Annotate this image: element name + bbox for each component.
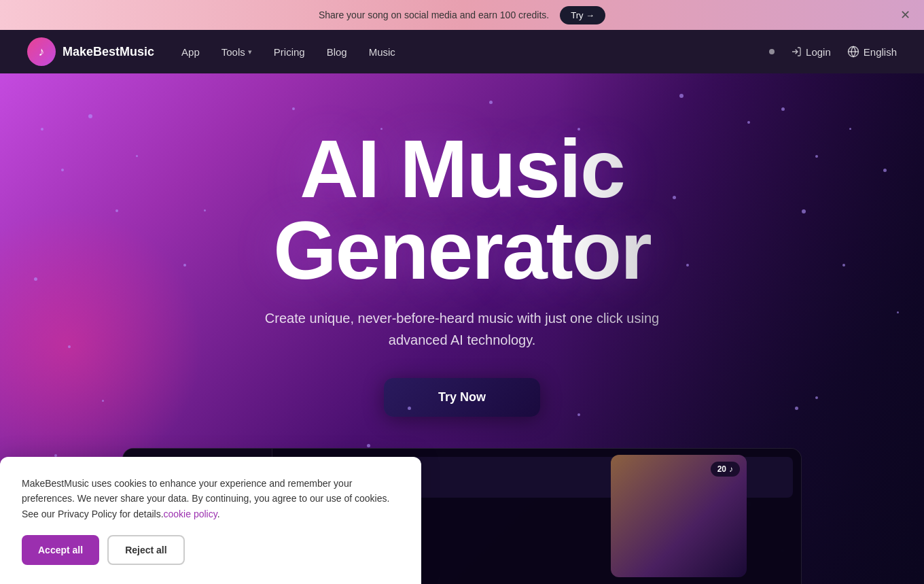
nav-music[interactable]: Music (369, 46, 395, 58)
dot (842, 264, 845, 267)
reject-all-button[interactable]: Reject all (107, 535, 184, 565)
accept-all-button[interactable]: Accept all (22, 535, 99, 565)
nav-links: App Tools ▾ Pricing Blog Music (181, 46, 769, 58)
globe-icon (847, 46, 859, 58)
dot (61, 169, 64, 171)
logo[interactable]: ♪ MakeBestMusic (27, 37, 154, 66)
dot (815, 155, 818, 158)
music-icon: ♪ (729, 464, 733, 474)
nav-tools[interactable]: Tools ▾ (221, 46, 252, 58)
dot (795, 407, 798, 410)
cookie-buttons: Accept all Reject all (22, 535, 399, 565)
credits-count: 20 (717, 464, 726, 474)
try-now-button[interactable]: Try Now (384, 378, 540, 417)
dot-icon (769, 49, 775, 54)
dot (102, 400, 104, 402)
nav-blog[interactable]: Blog (327, 46, 347, 58)
dot (883, 169, 887, 172)
dot (686, 264, 689, 267)
dot (88, 114, 92, 118)
credits-badge: 20 ♪ (711, 462, 740, 477)
hero-title: AI Music Generator (273, 128, 651, 291)
announcement-cta[interactable]: Try → (560, 6, 605, 24)
login-button[interactable]: Login (791, 46, 831, 58)
dot (781, 107, 785, 111)
dot (204, 209, 206, 211)
cookie-text: MakeBestMusic uses cookies to enhance yo… (22, 476, 399, 521)
close-announcement-button[interactable]: ✕ (900, 9, 910, 21)
dot (183, 264, 186, 267)
dot (578, 413, 580, 416)
pink-glow (0, 209, 204, 481)
login-icon (791, 46, 802, 57)
dot (673, 196, 676, 199)
dot (367, 444, 370, 447)
dot (849, 128, 851, 130)
logo-icon: ♪ (27, 37, 56, 66)
dot (292, 107, 295, 110)
language-button[interactable]: English (847, 46, 897, 58)
dot (68, 345, 71, 348)
brand-name: MakeBestMusic (63, 45, 154, 59)
navbar: ♪ MakeBestMusic App Tools ▾ Pricing Blog… (0, 30, 924, 73)
nav-right: Login English (769, 46, 897, 58)
nav-app[interactable]: App (181, 46, 200, 58)
dot (802, 209, 806, 213)
dot (897, 311, 899, 313)
nav-pricing[interactable]: Pricing (274, 46, 305, 58)
dot (34, 277, 37, 281)
app-thumbnail: 20 ♪ (611, 455, 747, 577)
cookie-banner: MakeBestMusic uses cookies to enhance yo… (0, 457, 421, 584)
announcement-bar: Share your song on social media and earn… (0, 0, 924, 30)
dot (41, 128, 43, 131)
dot (679, 94, 683, 98)
dot (747, 121, 750, 124)
dot (489, 101, 493, 104)
chevron-down-icon: ▾ (248, 48, 252, 56)
hero-subtitle: Create unique, never-before-heard music … (251, 307, 673, 351)
dot (136, 155, 138, 157)
dot (815, 396, 818, 399)
cookie-policy-link[interactable]: cookie policy (164, 509, 217, 519)
dot (116, 209, 118, 212)
announcement-text: Share your song on social media and earn… (319, 10, 549, 20)
